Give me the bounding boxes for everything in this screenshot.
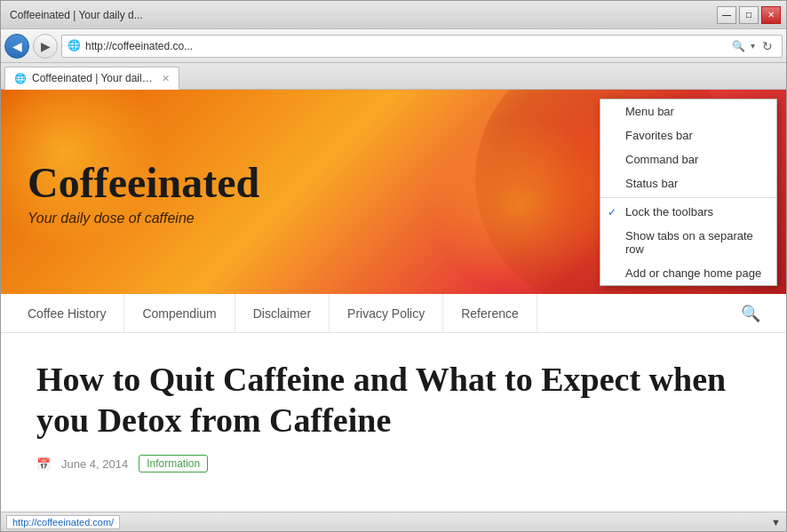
browser-title: Coffeeinated | Your daily d...: [10, 9, 143, 21]
address-refresh-icon[interactable]: ↻: [759, 39, 776, 53]
address-dropdown-icon[interactable]: ▾: [751, 41, 755, 51]
scroll-down-icon[interactable]: ▼: [771, 517, 781, 528]
window-controls: — □ ✕: [717, 6, 781, 24]
tab-title: Coffeeinated | Your daily d...: [32, 72, 156, 84]
scroll-controls: ▼: [771, 517, 781, 528]
status-bar: http://coffeeinated.com/ ▼: [1, 512, 786, 531]
menu-item-lock-toolbars-label: Lock the toolbars: [625, 205, 713, 218]
address-text: http://coffeeinated.co...: [85, 40, 726, 52]
minimize-button[interactable]: —: [717, 6, 736, 24]
tab-close-button[interactable]: ✕: [162, 73, 170, 84]
address-bar: 🌐 http://coffeeinated.co... 🔍 ▾ ↻: [61, 35, 783, 58]
tab-favicon: 🌐: [14, 73, 27, 84]
nav-items: Coffee History Compendium Disclaimer Pri…: [19, 294, 733, 333]
nav-item-compendium[interactable]: Compendium: [124, 294, 235, 333]
address-search-icon[interactable]: 🔍: [729, 40, 747, 52]
menu-item-lock-toolbars[interactable]: ✓ Lock the toolbars: [600, 200, 776, 224]
nav-item-privacy-policy[interactable]: Privacy Policy: [330, 294, 443, 333]
nav-item-coffee-history[interactable]: Coffee History: [19, 294, 124, 333]
menu-separator-1: [600, 197, 776, 198]
nav-item-disclaimer[interactable]: Disclaimer: [235, 294, 330, 333]
check-icon: ✓: [608, 206, 616, 218]
menu-item-menu-bar[interactable]: Menu bar: [600, 99, 776, 123]
menu-item-favorites-bar[interactable]: Favorites bar: [600, 123, 776, 147]
status-url: http://coffeeinated.com/: [6, 515, 120, 529]
site-nav: Coffee History Compendium Disclaimer Pri…: [1, 294, 786, 333]
maximize-button[interactable]: □: [739, 6, 759, 24]
back-button[interactable]: ◀: [4, 34, 29, 59]
nav-search-button[interactable]: 🔍: [733, 304, 768, 323]
browser-frame: Coffeeinated | Your daily d... — □ ✕ ◀ ▶…: [0, 0, 787, 532]
article-date: June 4, 2014: [61, 457, 128, 471]
website-content: Coffeeinated Your daily dose of caffeine…: [1, 90, 786, 512]
close-button[interactable]: ✕: [761, 6, 781, 24]
article-title: How to Quit Caffeine and What to Expect …: [36, 360, 751, 441]
forward-button[interactable]: ▶: [33, 34, 58, 59]
menu-item-menu-bar-label: Menu bar: [625, 105, 674, 118]
menu-item-favorites-bar-label: Favorites bar: [625, 129, 693, 142]
tabs-row: 🌐 Coffeeinated | Your daily d... ✕: [1, 63, 786, 90]
calendar-icon: 📅: [36, 457, 51, 471]
ie-icon: 🌐: [68, 39, 82, 53]
nav-item-reference[interactable]: Reference: [443, 294, 537, 333]
menu-item-show-tabs[interactable]: Show tabs on a separate row: [600, 224, 776, 261]
menu-item-add-home-page-label: Add or change home page: [625, 266, 761, 280]
browser-tab[interactable]: 🌐 Coffeeinated | Your daily d... ✕: [4, 67, 179, 90]
page-content: How to Quit Caffeine and What to Expect …: [1, 333, 786, 499]
menu-item-show-tabs-label: Show tabs on a separate row: [625, 229, 762, 256]
title-bar: Coffeeinated | Your daily d... — □ ✕: [1, 1, 786, 29]
article-meta: 📅 June 4, 2014 Information: [36, 455, 751, 472]
menu-item-command-bar[interactable]: Command bar: [600, 147, 776, 171]
context-menu: Menu bar Favorites bar Command bar Statu…: [600, 99, 777, 286]
menu-item-command-bar-label: Command bar: [625, 153, 698, 166]
article-category[interactable]: Information: [139, 455, 208, 472]
menu-item-status-bar[interactable]: Status bar: [600, 171, 776, 195]
menu-item-add-home-page[interactable]: Add or change home page: [600, 261, 776, 285]
menu-item-status-bar-label: Status bar: [625, 177, 678, 190]
toolbar: ◀ ▶ 🌐 http://coffeeinated.co... 🔍 ▾ ↻: [1, 29, 786, 63]
